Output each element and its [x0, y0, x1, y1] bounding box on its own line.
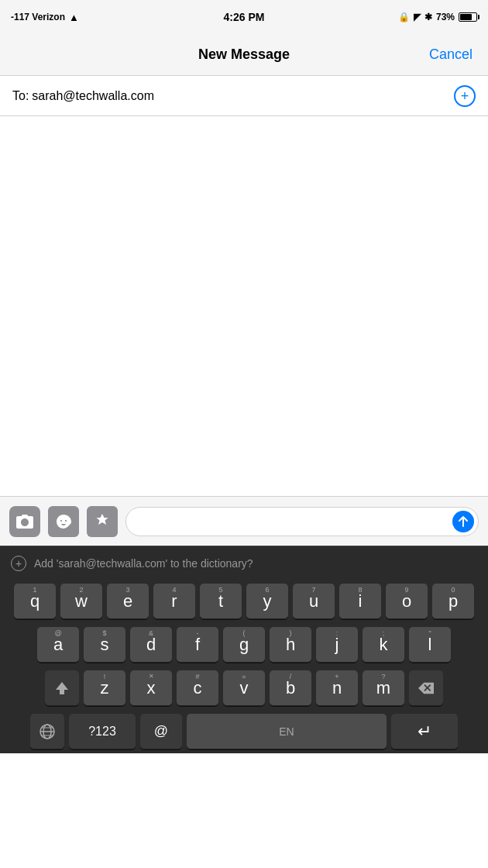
- status-left: -117 Verizon ▲: [11, 12, 79, 23]
- message-input[interactable]: [125, 507, 479, 536]
- dict-plus-icon: +: [11, 556, 26, 571]
- key-s[interactable]: $s: [84, 627, 125, 663]
- key-w[interactable]: 2w: [60, 584, 102, 619]
- keyboard-row-2: @a $s &d -f (g )h :j ;k "l: [0, 623, 488, 666]
- location-icon: ◤: [414, 12, 421, 22]
- status-right: 🔒 ◤ ✱ 73%: [398, 12, 477, 22]
- keyboard-row-3: !z ✕x #c =v /b +n ?m: [0, 666, 488, 710]
- shift-key[interactable]: [45, 670, 79, 706]
- globe-key[interactable]: [30, 714, 64, 749]
- key-l[interactable]: "l: [409, 627, 451, 663]
- keyboard-row-4: ?123 @ EN ↵: [0, 710, 488, 753]
- key-z[interactable]: !z: [84, 670, 125, 706]
- key-d[interactable]: &d: [130, 627, 172, 663]
- sticker-button[interactable]: [48, 506, 79, 537]
- to-field[interactable]: To: sarah@techwalla.com +: [0, 76, 488, 116]
- key-q[interactable]: 1q: [14, 584, 56, 619]
- to-value: sarah@techwalla.com: [32, 89, 454, 103]
- status-time: 4:26 PM: [224, 11, 265, 23]
- delete-key[interactable]: [409, 670, 443, 706]
- key-c[interactable]: #c: [177, 670, 218, 706]
- nav-bar: New Message Cancel: [0, 34, 488, 76]
- at-key[interactable]: @: [140, 714, 182, 749]
- key-o[interactable]: 9o: [386, 584, 428, 619]
- key-r[interactable]: 4r: [153, 584, 195, 619]
- keyboard: 1q 2w 3e 4r 5t 6y 7u 8i 9o 0p @a $s &d -…: [0, 580, 488, 753]
- dict-suggestion-text: Add 'sarah@techwalla.com' to the diction…: [34, 557, 253, 570]
- key-x[interactable]: ✕x: [130, 670, 172, 706]
- wifi-icon: ▲: [69, 12, 79, 23]
- battery-fill: [460, 14, 472, 20]
- app-store-button[interactable]: [87, 506, 118, 537]
- key-y[interactable]: 6y: [246, 584, 288, 619]
- bottom-toolbar: [0, 496, 488, 546]
- key-v[interactable]: =v: [223, 670, 265, 706]
- to-label: To:: [12, 89, 29, 103]
- key-h[interactable]: )h: [270, 627, 311, 663]
- key-n[interactable]: +n: [316, 670, 358, 706]
- message-body[interactable]: [0, 116, 488, 496]
- cancel-button[interactable]: Cancel: [429, 46, 473, 63]
- battery-icon: [459, 12, 477, 22]
- nav-title: New Message: [198, 46, 290, 63]
- key-t[interactable]: 5t: [200, 584, 242, 619]
- key-m[interactable]: ?m: [363, 670, 404, 706]
- num-key[interactable]: ?123: [69, 714, 136, 749]
- send-button[interactable]: [452, 511, 474, 532]
- key-b[interactable]: /b: [270, 670, 311, 706]
- key-i[interactable]: 8i: [339, 584, 381, 619]
- key-f[interactable]: -f: [177, 627, 218, 663]
- key-p[interactable]: 0p: [432, 584, 474, 619]
- dictionary-suggestion[interactable]: + Add 'sarah@techwalla.com' to the dicti…: [0, 546, 488, 580]
- keyboard-row-1: 1q 2w 3e 4r 5t 6y 7u 8i 9o 0p: [0, 580, 488, 623]
- lock-icon: 🔒: [398, 12, 410, 22]
- battery-percent: 73%: [436, 12, 455, 22]
- key-g[interactable]: (g: [223, 627, 265, 663]
- key-u[interactable]: 7u: [293, 584, 335, 619]
- bluetooth-icon: ✱: [424, 12, 432, 22]
- camera-button[interactable]: [9, 506, 40, 537]
- key-a[interactable]: @a: [37, 627, 79, 663]
- status-bar: -117 Verizon ▲ 4:26 PM 🔒 ◤ ✱ 73%: [0, 0, 488, 34]
- key-e[interactable]: 3e: [107, 584, 149, 619]
- add-recipient-button[interactable]: +: [454, 85, 476, 107]
- key-k[interactable]: ;k: [363, 627, 404, 663]
- carrier-text: -117 Verizon: [11, 12, 65, 22]
- key-j[interactable]: :j: [316, 627, 358, 663]
- space-key[interactable]: EN: [187, 714, 387, 749]
- return-key[interactable]: ↵: [391, 714, 458, 749]
